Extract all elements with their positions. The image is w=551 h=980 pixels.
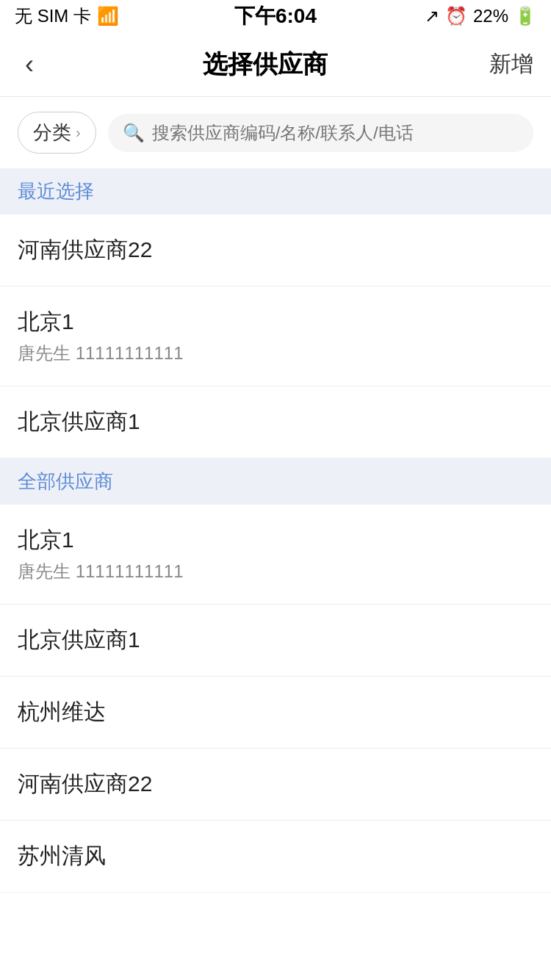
list-item[interactable]: 杭州维达 <box>0 677 551 749</box>
list-item[interactable]: 北京供应商1 <box>0 386 551 458</box>
all-section-header: 全部供应商 <box>0 458 551 505</box>
search-box[interactable]: 🔍 <box>108 114 533 152</box>
all-items-list: 北京1唐先生 11111111111北京供应商1杭州维达河南供应商22苏州清风 <box>0 505 551 893</box>
nav-bar: ‹ 选择供应商 新增 <box>0 32 551 97</box>
recent-items-list: 河南供应商22北京1唐先生 11111111111北京供应商1 <box>0 215 551 458</box>
item-name: 北京供应商1 <box>18 407 533 437</box>
status-bar: 无 SIM 卡 📶 下午6:04 ↗ ⏰ 22% 🔋 <box>0 0 551 32</box>
search-input[interactable] <box>152 123 519 143</box>
item-name: 杭州维达 <box>18 697 533 727</box>
list-item[interactable]: 苏州清风 <box>0 821 551 893</box>
list-item[interactable]: 北京供应商1 <box>0 605 551 677</box>
list-item[interactable]: 河南供应商22 <box>0 749 551 821</box>
location-icon: ↗ <box>425 6 439 26</box>
status-right: ↗ ⏰ 22% 🔋 <box>425 6 536 26</box>
list-item[interactable]: 河南供应商22 <box>0 215 551 287</box>
page-title: 选择供应商 <box>203 48 328 82</box>
status-time: 下午6:04 <box>234 2 317 30</box>
item-sub: 唐先生 11111111111 <box>18 342 533 365</box>
sim-text: 无 SIM 卡 <box>15 4 91 28</box>
chevron-right-icon: › <box>76 124 81 141</box>
item-name: 北京1 <box>18 307 533 337</box>
item-name: 北京1 <box>18 525 533 555</box>
filter-bar: 分类 › 🔍 <box>0 97 551 168</box>
recent-section-label: 最近选择 <box>18 180 94 202</box>
battery-level: 22% <box>473 6 508 26</box>
add-button[interactable]: 新增 <box>489 49 533 79</box>
item-name: 苏州清风 <box>18 841 533 871</box>
search-icon: 🔍 <box>123 123 145 143</box>
list-item[interactable]: 北京1唐先生 11111111111 <box>0 505 551 605</box>
item-name: 河南供应商22 <box>18 235 533 265</box>
wifi-icon: 📶 <box>97 6 119 26</box>
item-name: 北京供应商1 <box>18 625 533 655</box>
category-filter-button[interactable]: 分类 › <box>18 112 96 154</box>
recent-section-header: 最近选择 <box>0 168 551 215</box>
status-left: 无 SIM 卡 📶 <box>15 4 119 28</box>
category-label: 分类 <box>33 120 71 145</box>
all-section-label: 全部供应商 <box>18 470 113 492</box>
item-name: 河南供应商22 <box>18 769 533 799</box>
back-button[interactable]: ‹ <box>18 42 41 87</box>
item-sub: 唐先生 11111111111 <box>18 560 533 583</box>
list-item[interactable]: 北京1唐先生 11111111111 <box>0 287 551 386</box>
battery-icon: 🔋 <box>514 6 536 26</box>
alarm-icon: ⏰ <box>445 6 467 26</box>
